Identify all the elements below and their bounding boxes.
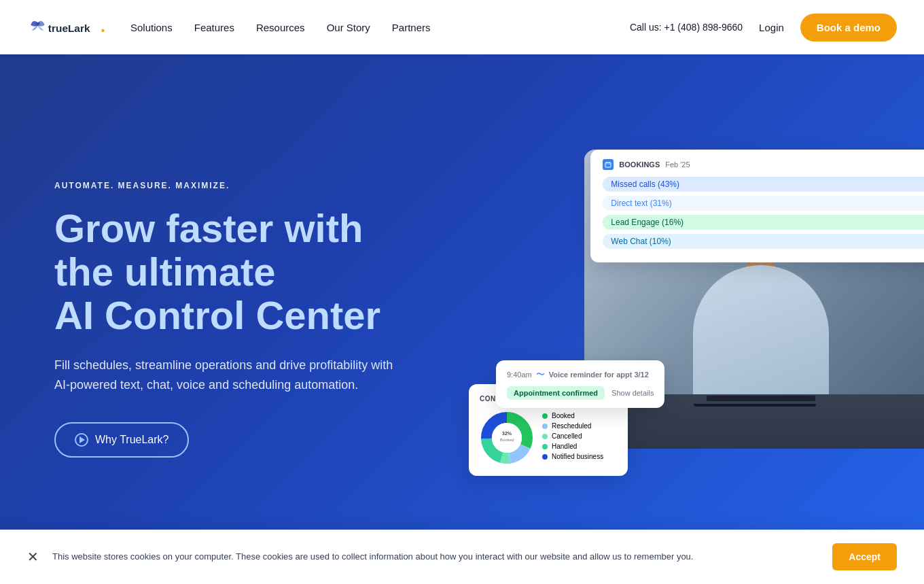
bookings-date: Feb '25 <box>665 160 690 169</box>
play-triangle <box>79 436 85 443</box>
legend-dot-handled <box>542 444 548 449</box>
nav-right: Call us: +1 (408) 898-9660 Login Book a … <box>630 14 897 41</box>
nav-phone: Call us: +1 (408) 898-9660 <box>630 22 743 33</box>
legend-dot-booked <box>542 413 548 419</box>
hero-eyebrow: AUTOMATE. MEASURE. MAXIMIZE. <box>54 181 462 190</box>
hero-left: AUTOMATE. MEASURE. MAXIMIZE. Grow faster… <box>54 181 462 458</box>
hero-cta-label: Why TrueLark? <box>95 434 168 446</box>
hero-heading-line3: AI Control Center <box>54 293 380 337</box>
hero-right: BOOKINGS Feb '25 Missed calls (43%) Dire… <box>489 150 924 489</box>
nav-resources[interactable]: Resources <box>256 22 305 33</box>
legend-dot-notified <box>542 454 548 460</box>
bookings-header: BOOKINGS Feb '25 <box>603 159 924 170</box>
hero-subtext: Fill schedules, streamline operations an… <box>54 356 394 395</box>
cookie-text: This website stores cookies on your comp… <box>52 550 805 564</box>
navbar: trueLark Solutions Features Resources Ou… <box>0 0 924 54</box>
legend-booked: Booked <box>542 412 603 419</box>
donut-chart: 32% Booked <box>480 411 534 465</box>
svg-text:trueLark: trueLark <box>48 22 90 33</box>
legend-handled: Handled <box>542 443 603 450</box>
legend-label-booked: Booked <box>552 412 575 419</box>
svg-text:32%: 32% <box>502 431 512 436</box>
nav-login[interactable]: Login <box>759 22 784 33</box>
play-icon <box>75 433 88 447</box>
voice-top: 9:40am 〜 Voice reminder for appt 3/12 <box>507 368 654 381</box>
legend-label-notified: Notified business <box>552 453 603 460</box>
legend-rescheduled: Rescheduled <box>542 422 603 430</box>
legend-label-rescheduled: Rescheduled <box>552 422 591 430</box>
voice-message: Voice reminder for appt 3/12 <box>549 371 649 379</box>
hero-heading-line2: the ultimate <box>54 250 276 294</box>
nav-left: trueLark Solutions Features Resources Ou… <box>27 14 431 41</box>
svg-text:Booked: Booked <box>500 438 514 442</box>
show-details[interactable]: Show details <box>611 389 654 397</box>
hero-inner: AUTOMATE. MEASURE. MAXIMIZE. Grow faster… <box>0 109 924 530</box>
legend-dot-rescheduled <box>542 424 548 429</box>
calendar-icon <box>603 159 614 170</box>
nav-solutions[interactable]: Solutions <box>130 22 173 33</box>
svg-rect-2 <box>605 162 611 167</box>
book-demo-button[interactable]: Book a demo <box>800 14 897 41</box>
legend-label-handled: Handled <box>552 443 577 450</box>
hero-section: AUTOMATE. MEASURE. MAXIMIZE. Grow faster… <box>0 0 924 584</box>
confirmed-badge: Appointment confirmed <box>507 386 605 400</box>
wave-icon: 〜 <box>536 368 545 381</box>
voice-card: 9:40am 〜 Voice reminder for appt 3/12 Ap… <box>496 360 664 408</box>
nav-partners[interactable]: Partners <box>392 22 431 33</box>
nav-our-story[interactable]: Our Story <box>327 22 370 33</box>
legend-notified: Notified business <box>542 453 603 460</box>
bookings-title: BOOKINGS <box>619 160 660 169</box>
logo-svg: trueLark <box>27 14 109 41</box>
bookings-tag-lead: Lead Engage (16%) <box>603 215 924 230</box>
legend-cancelled: Cancelled <box>542 432 603 440</box>
voice-bottom: Appointment confirmed Show details <box>507 386 654 400</box>
hero-heading: Grow faster with the ultimate AI Control… <box>54 207 462 337</box>
bookings-tag-direct: Direct text (31%) <box>603 196 924 211</box>
nav-links: Solutions Features Resources Our Story P… <box>130 22 431 33</box>
donut-inner: 32% Booked Booked Rescheduled <box>480 411 617 465</box>
donut-legend: Booked Rescheduled Cancelled Handle <box>542 412 603 463</box>
legend-dot-cancelled <box>542 434 548 439</box>
legend-label-cancelled: Cancelled <box>552 432 582 440</box>
bookings-card: BOOKINGS Feb '25 Missed calls (43%) Dire… <box>590 150 924 262</box>
cookie-banner: ✕ This website stores cookies on your co… <box>0 530 924 584</box>
accept-cookies-button[interactable]: Accept <box>832 543 897 570</box>
bookings-tag-webchat: Web Chat (10%) <box>603 234 924 249</box>
cookie-close-button[interactable]: ✕ <box>27 549 39 565</box>
voice-time: 9:40am <box>507 371 532 379</box>
nav-features[interactable]: Features <box>194 22 234 33</box>
why-truelark-button[interactable]: Why TrueLark? <box>54 422 189 458</box>
logo-link[interactable]: trueLark <box>27 14 109 41</box>
bookings-tag-missed: Missed calls (43%) <box>603 177 924 192</box>
svg-point-1 <box>101 29 104 32</box>
hero-heading-line1: Grow faster with <box>54 206 363 250</box>
